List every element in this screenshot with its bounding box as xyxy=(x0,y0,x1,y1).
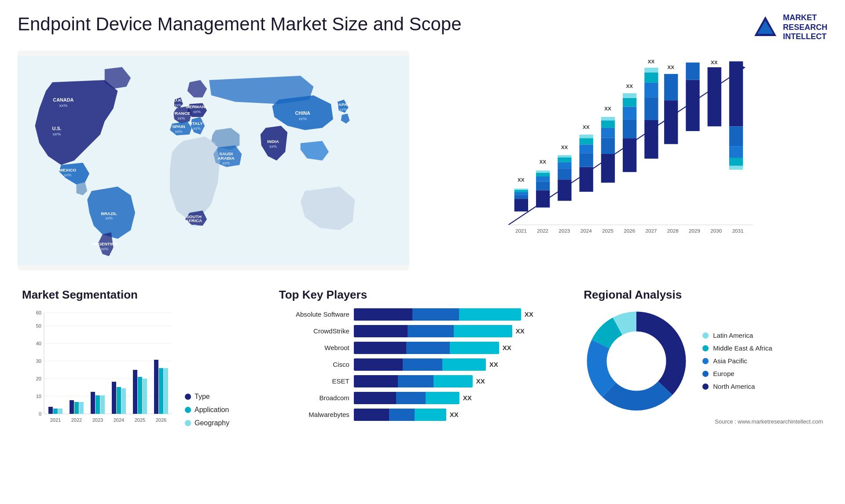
label-north-america: North America xyxy=(713,383,755,390)
svg-rect-140 xyxy=(154,360,158,414)
svg-text:2029: 2029 xyxy=(689,228,700,234)
segmentation-title: Market Segmentation xyxy=(22,288,261,302)
svg-text:CANADA: CANADA xyxy=(53,97,73,102)
player-name-malwarebytes: Malwarebytes xyxy=(279,411,349,418)
svg-text:2026: 2026 xyxy=(156,417,166,423)
svg-text:AFRICA: AFRICA xyxy=(186,218,202,223)
player-row-absolute: Absolute Software XX xyxy=(279,308,566,321)
svg-rect-45 xyxy=(536,176,550,182)
bar-crowdstrike xyxy=(354,325,512,337)
svg-rect-77 xyxy=(644,68,658,73)
svg-text:JAPAN: JAPAN xyxy=(336,102,350,107)
svg-text:2027: 2027 xyxy=(646,228,657,234)
svg-text:50: 50 xyxy=(36,323,41,329)
legend-dot-geo xyxy=(185,420,191,426)
svg-text:xx%: xx% xyxy=(64,172,71,177)
player-val-cisco: XX xyxy=(489,361,498,368)
svg-rect-50 xyxy=(558,168,571,179)
player-name-cisco: Cisco xyxy=(279,361,349,368)
svg-point-149 xyxy=(612,337,661,385)
svg-text:2028: 2028 xyxy=(667,228,679,234)
svg-text:2021: 2021 xyxy=(515,228,527,234)
svg-text:10: 10 xyxy=(36,394,41,399)
regional-title: Regional Analysis xyxy=(584,288,823,302)
svg-rect-63 xyxy=(601,128,615,138)
player-val-absolute: XX xyxy=(525,310,533,318)
svg-text:xx%: xx% xyxy=(298,116,307,121)
svg-rect-59 xyxy=(579,135,593,138)
svg-rect-69 xyxy=(623,106,636,119)
label-middle-east: Middle East & Africa xyxy=(713,344,772,352)
svg-rect-138 xyxy=(143,379,147,414)
svg-text:2023: 2023 xyxy=(558,228,570,234)
svg-rect-65 xyxy=(601,117,615,121)
player-bar-crowdstrike: XX xyxy=(354,325,566,337)
svg-rect-99 xyxy=(729,61,743,126)
svg-rect-80 xyxy=(664,74,678,100)
svg-rect-120 xyxy=(48,407,53,414)
svg-rect-74 xyxy=(644,98,658,120)
svg-rect-44 xyxy=(536,181,550,190)
segmentation-content: 0 10 20 30 40 50 60 xyxy=(22,308,261,440)
svg-rect-39 xyxy=(514,192,528,195)
player-bar-webroot: XX xyxy=(354,342,566,354)
svg-rect-130 xyxy=(100,395,105,414)
svg-rect-46 xyxy=(536,173,550,176)
bar-cisco xyxy=(354,358,486,371)
svg-text:MEXICO: MEXICO xyxy=(59,168,76,172)
svg-text:XX: XX xyxy=(539,159,546,164)
svg-rect-38 xyxy=(514,195,528,199)
svg-rect-71 xyxy=(623,93,636,98)
legend-application: Application xyxy=(185,406,229,414)
players-title: Top Key Players xyxy=(279,288,566,302)
svg-rect-125 xyxy=(74,402,79,414)
player-val-webroot: XX xyxy=(503,344,511,351)
svg-text:2021: 2021 xyxy=(50,417,61,423)
svg-rect-128 xyxy=(91,392,95,414)
logo-text: MARKET RESEARCH INTELLECT xyxy=(783,13,827,42)
svg-text:xx%: xx% xyxy=(101,246,108,251)
legend-label-app: Application xyxy=(195,406,229,414)
svg-text:XX: XX xyxy=(668,64,675,70)
svg-rect-97 xyxy=(708,67,721,126)
svg-rect-57 xyxy=(579,144,593,153)
svg-text:xx%: xx% xyxy=(53,131,61,136)
page-title: Endpoint Device Management Market Size a… xyxy=(18,13,462,35)
donut-svg xyxy=(584,308,689,414)
svg-text:20: 20 xyxy=(36,376,41,381)
player-bar-malwarebytes: XX xyxy=(354,409,566,421)
player-bar-absolute: XX xyxy=(354,308,566,321)
world-map: CANADA xx% U.S. xx% MEXICO xx% BRAZIL xx… xyxy=(18,51,409,270)
svg-text:xx%: xx% xyxy=(175,129,182,133)
svg-text:xx%: xx% xyxy=(59,103,68,108)
bar-webroot xyxy=(354,342,499,354)
svg-rect-61 xyxy=(601,154,615,183)
svg-text:40: 40 xyxy=(36,341,41,346)
svg-rect-73 xyxy=(644,120,658,159)
label-latin-america: Latin America xyxy=(713,332,753,339)
svg-rect-64 xyxy=(601,121,615,128)
svg-rect-94 xyxy=(686,80,699,131)
svg-rect-102 xyxy=(729,158,743,166)
svg-text:XX: XX xyxy=(518,176,525,182)
svg-text:2022: 2022 xyxy=(71,417,82,423)
regional-content: Latin America Middle East & Africa Asia … xyxy=(584,308,823,414)
svg-text:XX: XX xyxy=(648,59,655,64)
player-name-eset: ESET xyxy=(279,377,349,385)
svg-text:2022: 2022 xyxy=(537,228,548,234)
svg-text:BRAZIL: BRAZIL xyxy=(101,211,117,215)
dot-asia-pacific xyxy=(702,358,709,364)
legend-latin-america: Latin America xyxy=(702,332,772,339)
player-name-broadcom: Broadcom xyxy=(279,394,349,402)
svg-rect-70 xyxy=(623,98,636,107)
player-row-crowdstrike: CrowdStrike XX xyxy=(279,325,566,337)
svg-rect-40 xyxy=(514,190,528,192)
svg-rect-51 xyxy=(558,162,571,168)
player-row-malwarebytes: Malwarebytes XX xyxy=(279,409,566,421)
svg-rect-100 xyxy=(729,126,743,146)
svg-rect-142 xyxy=(164,368,168,414)
svg-text:CHINA: CHINA xyxy=(295,110,311,116)
player-bar-cisco: XX xyxy=(354,358,566,371)
svg-text:2025: 2025 xyxy=(135,417,145,423)
player-name-webroot: Webroot xyxy=(279,344,349,351)
